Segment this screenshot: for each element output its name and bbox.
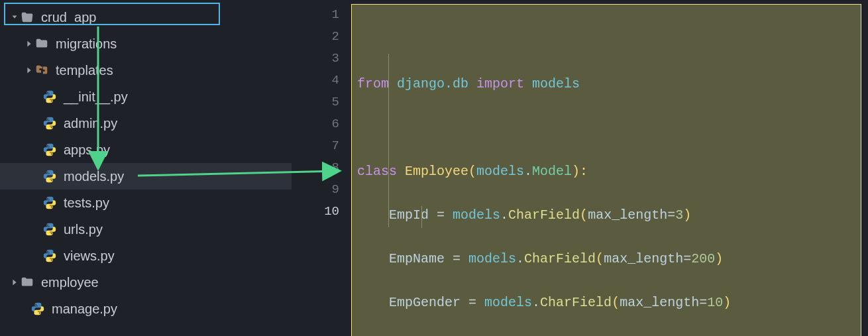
folder-templates-icon: [34, 63, 49, 78]
python-file-icon: [30, 302, 45, 316]
folder-label: employee: [41, 275, 99, 290]
tree-folder-employee[interactable]: employee: [0, 269, 292, 296]
code-editor[interactable]: 1 2 3 4 5 6 7 8 9 10 from django.db impo…: [292, 0, 868, 336]
code-line: EmpGender = models.CharField(max_length=…: [357, 292, 855, 313]
file-label: __init__.py: [64, 89, 128, 105]
tree-folder-templates[interactable]: templates: [0, 57, 292, 84]
code-line: [357, 117, 855, 139]
tree-file-manage[interactable]: manage.py: [0, 296, 292, 322]
tree-file-init[interactable]: __init__.py: [0, 84, 292, 110]
chevron-right-icon: [24, 38, 34, 49]
python-file-icon: [42, 196, 57, 210]
chevron-down-icon: [9, 12, 20, 23]
file-explorer: crud_app migrations templates __init__.p…: [0, 0, 292, 336]
file-label: manage.py: [52, 302, 117, 317]
folder-icon: [20, 275, 34, 290]
python-file-icon: [42, 169, 57, 184]
tree-folder-migrations[interactable]: migrations: [0, 30, 292, 57]
file-label: tests.py: [64, 196, 109, 211]
tree-file-views[interactable]: views.py: [0, 243, 292, 269]
line-number: 5: [292, 91, 339, 113]
line-number: 1: [292, 4, 339, 26]
tree-file-admin[interactable]: admin.py: [0, 110, 292, 137]
line-number: 3: [292, 48, 339, 70]
folder-icon: [34, 36, 49, 51]
tree-file-apps[interactable]: apps.py: [0, 137, 292, 163]
line-number: 7: [292, 135, 339, 157]
chevron-right-icon: [9, 277, 20, 288]
line-number-gutter: 1 2 3 4 5 6 7 8 9 10: [292, 0, 339, 336]
folder-open-icon: [20, 10, 34, 25]
code-line: EmpName = models.CharField(max_length=20…: [357, 248, 855, 270]
tree-file-models[interactable]: models.py: [0, 163, 292, 190]
code-content[interactable]: from django.db import models class Emplo…: [351, 4, 861, 336]
file-label: models.py: [64, 169, 124, 184]
line-number: 6: [292, 113, 339, 135]
file-label: views.py: [64, 249, 115, 264]
file-label: urls.py: [64, 222, 103, 237]
line-number: 10: [292, 201, 339, 223]
python-file-icon: [42, 142, 57, 157]
code-line: class Employee(models.Model):: [357, 160, 855, 182]
line-number: 8: [292, 157, 339, 179]
folder-label: migrations: [56, 36, 117, 52]
code-line: EmpId = models.CharField(max_length=3): [357, 204, 855, 226]
folder-label: crud_app: [41, 10, 96, 25]
tree-file-tests[interactable]: tests.py: [0, 190, 292, 216]
line-number: 2: [292, 26, 339, 48]
file-label: admin.py: [64, 116, 117, 131]
code-line: from django.db import models: [357, 73, 855, 95]
tree-folder-crud-app[interactable]: crud_app: [0, 4, 292, 30]
python-file-icon: [42, 249, 57, 263]
python-file-icon: [42, 89, 57, 104]
python-file-icon: [42, 116, 57, 131]
line-number: 9: [292, 179, 339, 201]
file-label: apps.py: [64, 142, 110, 158]
folder-label: templates: [56, 63, 113, 78]
python-file-icon: [42, 222, 57, 237]
line-number: 4: [292, 70, 339, 91]
tree-file-urls[interactable]: urls.py: [0, 216, 292, 243]
chevron-right-icon: [24, 65, 34, 76]
